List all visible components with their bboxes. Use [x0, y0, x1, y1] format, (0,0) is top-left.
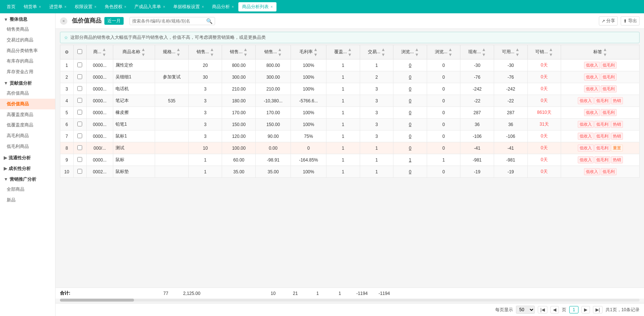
- browse-link[interactable]: 0: [409, 98, 412, 103]
- sidebar-item-stocked-products[interactable]: 有库存的商品: [0, 56, 55, 67]
- date-badge-button[interactable]: 近一月: [104, 17, 124, 25]
- row-checkbox[interactable]: [73, 130, 86, 142]
- sidebar-group-contribution[interactable]: ▼ 贡献值分析: [0, 77, 55, 88]
- row-checkbox[interactable]: [73, 60, 86, 71]
- select-all-checkbox[interactable]: [77, 49, 82, 54]
- nav-product-analysis[interactable]: 商品分析 ×: [208, 2, 238, 11]
- row-select-checkbox[interactable]: [77, 62, 82, 67]
- row-select-checkbox[interactable]: [77, 98, 82, 103]
- browse-link[interactable]: 1: [409, 157, 412, 163]
- close-icon[interactable]: ×: [94, 5, 97, 9]
- th-gross-margin[interactable]: 毛利率▲▼: [291, 45, 326, 60]
- sidebar-item-low-margin[interactable]: 低毛利商品: [0, 141, 55, 152]
- nav-role-auth[interactable]: 角色授权 ×: [101, 2, 130, 11]
- row-select-checkbox[interactable]: [77, 157, 82, 162]
- share-button[interactable]: ↗ 分享: [599, 16, 618, 26]
- scrollbar-thumb[interactable]: [60, 299, 134, 302]
- sidebar-item-high-coverage[interactable]: 高覆盖度商品: [0, 109, 55, 120]
- nav-product-analysis-list[interactable]: 商品分析列表 ×: [238, 2, 276, 11]
- last-page-button[interactable]: ▶|: [593, 306, 603, 313]
- prev-page-button[interactable]: ◀: [550, 306, 559, 313]
- th-spec[interactable]: 规格...▲▼: [155, 45, 189, 60]
- row-browse1[interactable]: 0: [393, 130, 427, 142]
- browse-link[interactable]: 0: [409, 86, 412, 92]
- row-browse1[interactable]: 0: [393, 166, 427, 178]
- sidebar-item-high-value[interactable]: 高价值商品: [0, 88, 55, 99]
- th-code[interactable]: 商...▲▼: [86, 45, 113, 60]
- th-current-stock[interactable]: 现有...▲▼: [460, 45, 494, 60]
- row-select-checkbox[interactable]: [77, 122, 82, 126]
- sidebar-item-sales-products[interactable]: 销售类商品: [0, 24, 55, 35]
- row-browse1[interactable]: 0: [393, 71, 427, 83]
- row-select-checkbox[interactable]: [77, 133, 82, 138]
- close-icon[interactable]: ×: [124, 5, 127, 9]
- browse-link[interactable]: 0: [409, 75, 412, 80]
- sidebar-item-all-products[interactable]: 全部商品: [0, 184, 55, 195]
- sidebar-group-overall[interactable]: ▼ 整体信息: [0, 13, 55, 24]
- th-browse1[interactable]: 浏览...▲▼: [393, 45, 427, 60]
- row-select-checkbox[interactable]: [77, 74, 82, 79]
- row-browse1[interactable]: 0: [393, 60, 427, 71]
- sidebar-item-low-coverage[interactable]: 低覆盖度商品: [0, 120, 55, 130]
- sidebar-item-traded-products[interactable]: 交易过的商品: [0, 35, 55, 45]
- row-browse1[interactable]: 0: [393, 83, 427, 95]
- sidebar-item-category-sales-rate[interactable]: 商品分类销售率: [0, 45, 55, 56]
- row-browse1[interactable]: 0: [393, 95, 427, 107]
- sidebar-group-circulation[interactable]: ▶ 流通性分析: [0, 152, 55, 163]
- th-tags[interactable]: 标签▲▼: [561, 45, 640, 60]
- th-settings[interactable]: ⚙: [60, 45, 74, 60]
- sidebar-item-new-products[interactable]: 新品: [0, 195, 55, 205]
- browse-link[interactable]: 0: [409, 122, 412, 127]
- row-checkbox[interactable]: [73, 119, 86, 130]
- table-container[interactable]: ⚙ 商...▲▼ 商品名称▲▼ 规格...▲▼ 销售...▲▼ 销售...▲▼ …: [60, 45, 640, 288]
- browse-link[interactable]: 0: [409, 146, 412, 151]
- export-button[interactable]: ⬆ 导出: [621, 16, 640, 26]
- nav-product-inbound[interactable]: 产成品入库单 ×: [131, 2, 169, 11]
- row-checkbox[interactable]: [73, 95, 86, 107]
- first-page-button[interactable]: |◀: [538, 306, 547, 313]
- close-icon[interactable]: ×: [202, 5, 204, 9]
- sidebar-group-growth[interactable]: ▶ 成长性分析: [0, 163, 55, 173]
- horizontal-scrollbar[interactable]: [60, 299, 640, 302]
- close-icon[interactable]: ×: [232, 5, 234, 9]
- row-checkbox[interactable]: [73, 83, 86, 95]
- row-select-checkbox[interactable]: [77, 145, 82, 150]
- th-name[interactable]: 商品名称▲▼: [113, 45, 155, 60]
- close-icon[interactable]: ×: [271, 5, 273, 9]
- close-icon[interactable]: ×: [163, 5, 165, 9]
- close-icon[interactable]: ×: [64, 5, 67, 9]
- th-browse2[interactable]: 浏览...▲▼: [427, 45, 460, 60]
- nav-permission-settings[interactable]: 权限设置 ×: [71, 2, 100, 11]
- row-select-checkbox[interactable]: [77, 169, 82, 174]
- row-checkbox[interactable]: [73, 166, 86, 178]
- search-input[interactable]: [132, 18, 206, 24]
- browse-link[interactable]: 0: [409, 110, 412, 115]
- browse-link[interactable]: 0: [409, 134, 412, 139]
- row-select-checkbox[interactable]: [77, 86, 82, 91]
- sidebar-item-low-value[interactable]: 低价值商品: [0, 99, 55, 109]
- th-sale-qty[interactable]: 销售...▲▼: [188, 45, 222, 60]
- th-sale-profit[interactable]: 销售...▲▼: [256, 45, 291, 60]
- sidebar-item-inventory-funds[interactable]: 库存资金占用: [0, 67, 55, 77]
- th-trade[interactable]: 交易...▲▼: [360, 45, 393, 60]
- row-checkbox[interactable]: [73, 142, 86, 154]
- browse-link[interactable]: 0: [409, 169, 412, 174]
- row-checkbox[interactable]: [73, 154, 86, 166]
- row-select-checkbox[interactable]: [77, 110, 82, 115]
- th-sellable[interactable]: 可销...▲▼: [527, 45, 561, 60]
- th-available-stock[interactable]: 可用...▲▼: [494, 45, 528, 60]
- nav-purchase-order[interactable]: 进货单 ×: [46, 2, 70, 11]
- row-browse1[interactable]: 0: [393, 142, 427, 154]
- row-browse1[interactable]: 1: [393, 154, 427, 166]
- row-browse1[interactable]: 0: [393, 119, 427, 130]
- row-browse1[interactable]: 0: [393, 107, 427, 119]
- row-checkbox[interactable]: [73, 71, 86, 83]
- next-page-button[interactable]: ▶: [581, 306, 590, 313]
- browse-link[interactable]: 0: [409, 63, 412, 68]
- th-coverage[interactable]: 覆盖...▲▼: [326, 45, 360, 60]
- nav-sales-order[interactable]: 销货单 ×: [20, 2, 45, 11]
- nav-home[interactable]: 首页: [3, 2, 19, 11]
- sidebar-group-marketing[interactable]: ▼ 营销推广分析: [0, 173, 55, 184]
- search-icon[interactable]: 🔍: [206, 18, 212, 24]
- close-icon[interactable]: ×: [39, 5, 41, 9]
